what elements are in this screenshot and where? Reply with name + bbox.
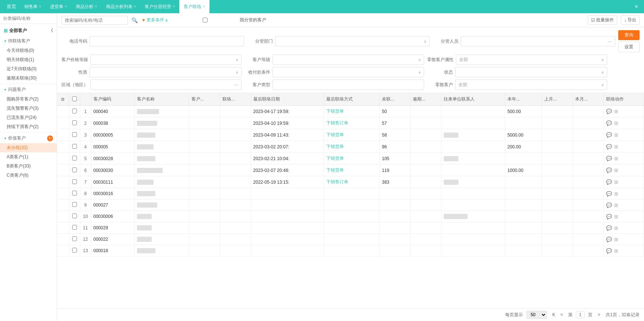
last-contact-type-link[interactable]: 下销货单 <box>326 156 344 161</box>
my-customers-check[interactable] <box>172 18 238 22</box>
home-tab[interactable]: 首页 <box>3 0 20 13</box>
sidebar-item-class-c[interactable]: C类客户(6) <box>0 171 57 180</box>
chat-icon[interactable]: 💬 <box>606 202 612 208</box>
last-contact-type-link[interactable]: 下销货单 <box>326 132 344 137</box>
tab-customer-stratification[interactable]: 客户分层经营 × <box>140 0 179 13</box>
chat-icon[interactable]: 💬 <box>606 156 612 161</box>
row-checkbox[interactable] <box>72 236 77 241</box>
customer-level-select[interactable]: ∨ <box>272 54 425 65</box>
collapse-icon[interactable]: 《 <box>49 28 53 34</box>
sidebar-item-unclassified[interactable]: 未分组(32) <box>0 143 57 152</box>
table-wrapper[interactable]: ⚙ 客户编码 客户名称 客户... 联络... 最后联络日期 最后联络方式 未联… <box>57 93 644 308</box>
sidebar-item-overdue-contact[interactable]: 逾期未联络(30) <box>0 74 57 83</box>
this-month-header[interactable]: 本月... <box>573 93 604 106</box>
row-checkbox[interactable] <box>72 248 77 253</box>
tab-sales-order[interactable]: 销售单 × <box>20 0 46 13</box>
check-column-header[interactable] <box>69 93 80 106</box>
close-all-icon[interactable]: × <box>632 3 641 10</box>
search-input[interactable] <box>61 16 128 25</box>
tab-product-analysis[interactable]: 商品分析 × <box>71 0 102 13</box>
row-check[interactable] <box>69 129 80 141</box>
sidebar-item-7days-pending[interactable]: 近7天待联络(0) <box>0 64 57 74</box>
grid-action-icon[interactable]: ⊞ <box>614 179 618 185</box>
tab-product-analysis-list[interactable]: 商品分析列表 × <box>102 0 141 13</box>
sidebar-item-class-a[interactable]: A类客户(1) <box>0 152 57 162</box>
department-select[interactable]: ∨ <box>275 36 430 46</box>
grid-action-icon[interactable]: ⊞ <box>614 225 618 231</box>
contact-person-header[interactable]: 往来单位联系人 <box>441 93 505 106</box>
more-conditions-btn[interactable]: ▼ 更多条件 ∧ <box>141 17 168 23</box>
chat-icon[interactable]: 💬 <box>606 191 612 197</box>
tab-customer-contact[interactable]: 客户联络 × <box>179 0 210 13</box>
nature-select[interactable]: ∨ <box>89 67 242 77</box>
filter-search-icon[interactable]: 🔍 <box>131 17 138 23</box>
row-check[interactable] <box>69 188 80 200</box>
sidebar-item-today-pending[interactable]: 今天待联络(0) <box>0 46 57 55</box>
chat-icon[interactable]: 💬 <box>606 214 612 219</box>
last-month-header[interactable]: 上月... <box>542 93 573 106</box>
last-contact-type-link[interactable]: 下销货单 <box>326 109 344 114</box>
group-problem-customers[interactable]: ▼ 问题客户 <box>0 85 57 95</box>
code-column-header[interactable]: 客户编码 <box>91 93 134 106</box>
close-product-analysis-list-icon[interactable]: × <box>134 0 136 13</box>
last-contact-type-link[interactable]: 下销售订单 <box>326 120 348 126</box>
retail-attr-select[interactable]: 全部 ∨ <box>456 54 607 65</box>
export-btn[interactable]: ↓ 导出 <box>621 15 640 25</box>
phone-input[interactable] <box>89 36 244 46</box>
row-check[interactable] <box>69 245 80 257</box>
select-all-checkbox[interactable] <box>72 96 77 101</box>
price-level-select[interactable]: ∨ <box>90 54 242 65</box>
close-sales-order-icon[interactable]: × <box>39 0 41 13</box>
chat-icon[interactable]: 💬 <box>606 248 612 254</box>
grid-action-icon[interactable]: ⊞ <box>614 120 618 126</box>
row-check[interactable] <box>69 222 80 234</box>
contact-column-header[interactable]: 联络... <box>220 93 251 106</box>
last-contact-type-link[interactable]: 下销货单 <box>326 144 344 149</box>
row-checkbox[interactable] <box>72 156 77 160</box>
grid-action-icon[interactable]: ⊞ <box>614 214 618 219</box>
chat-icon[interactable]: 💬 <box>606 225 612 231</box>
sidebar-item-declining[interactable]: 持续下滑客户(2) <box>0 122 57 131</box>
last-contact-date-header[interactable]: 最后联络日期 <box>251 93 324 106</box>
settings-button[interactable]: 设置 <box>618 42 640 52</box>
grid-action-icon[interactable]: ⊞ <box>614 144 618 149</box>
sidebar-item-hoarding-abnormal[interactable]: 囤购异常客户(2) <box>0 95 57 104</box>
row-check[interactable] <box>69 234 80 245</box>
row-check[interactable] <box>69 165 80 176</box>
close-product-analysis-icon[interactable]: × <box>95 0 97 13</box>
name-column-header[interactable]: 客户名称 <box>134 93 189 106</box>
person-select[interactable]: ··· <box>461 36 615 46</box>
first-page-btn[interactable]: K <box>550 311 557 318</box>
customer-type-input[interactable] <box>272 80 425 90</box>
sidebar-search-input[interactable] <box>3 16 57 21</box>
row-checkbox[interactable] <box>72 179 77 184</box>
close-customer-stratification-icon[interactable]: × <box>173 0 175 13</box>
page-size-select[interactable]: 50 20 100 <box>527 311 547 319</box>
row-checkbox[interactable] <box>72 132 77 137</box>
sidebar-item-churned[interactable]: 已流失客户(24) <box>0 113 57 122</box>
sidebar-item-class-b[interactable]: B类客户(33) <box>0 162 57 171</box>
row-checkbox[interactable] <box>72 144 77 149</box>
group-value-customers[interactable]: ▼ 价值客户 ↻ <box>0 133 57 143</box>
grid-action-icon[interactable]: ⊞ <box>614 248 618 254</box>
grid-action-icon[interactable]: ⊞ <box>614 237 618 242</box>
chat-icon[interactable]: 💬 <box>606 109 612 114</box>
grid-action-icon[interactable]: ⊞ <box>614 109 618 114</box>
last-contact-type-link[interactable]: 下销货单 <box>326 167 344 173</box>
row-checkbox[interactable] <box>72 202 77 207</box>
chat-icon[interactable]: 💬 <box>606 144 612 149</box>
row-check[interactable] <box>69 200 80 211</box>
row-check[interactable] <box>69 153 80 165</box>
prev-page-btn[interactable]: < <box>559 311 565 318</box>
grid-action-icon[interactable]: ⊞ <box>614 156 618 161</box>
chat-icon[interactable]: 💬 <box>606 132 612 138</box>
query-button[interactable]: 查询 <box>618 30 640 40</box>
my-customers-checkbox[interactable]: 我分管的客户 <box>172 17 266 23</box>
chat-icon[interactable]: 💬 <box>606 237 612 242</box>
payment-select[interactable]: ∨ <box>272 67 425 77</box>
row-checkbox[interactable] <box>72 167 77 172</box>
settings-column-header[interactable]: ⚙ <box>57 93 69 106</box>
type-column-header[interactable]: 客户... <box>189 93 220 106</box>
last-contact-type-link[interactable]: 下销售订单 <box>326 179 348 184</box>
row-checkbox[interactable] <box>72 191 77 195</box>
